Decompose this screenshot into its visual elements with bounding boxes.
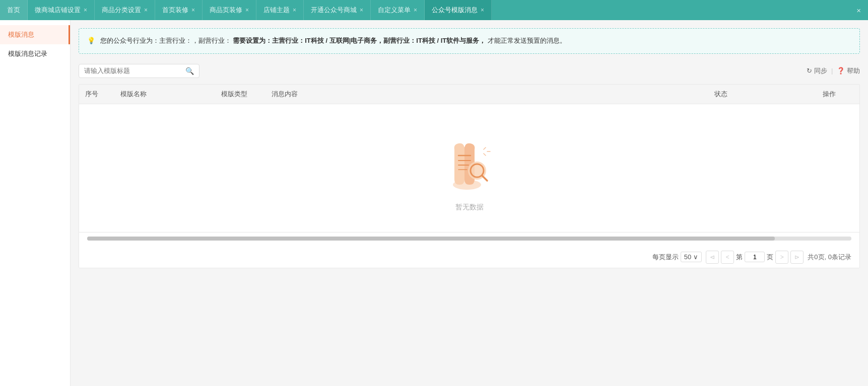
nav-tab-product-page-decor-close[interactable]: × (245, 7, 249, 14)
pager-prev-button[interactable]: < (721, 251, 734, 264)
bulb-icon: 💡 (87, 37, 95, 44)
alert-text-prefix: 您的公众号行业为：主营行业：，副营行业： (100, 37, 231, 44)
help-button[interactable]: ❓ 帮助 (837, 66, 860, 75)
col-content: 消息内容 (265, 85, 708, 104)
table-header: 序号 模版名称 模版类型 消息内容 状态 操作 (79, 85, 859, 104)
page-size-label: 每页显示 (652, 253, 679, 262)
nav-tab-custom-menu-close[interactable]: × (414, 7, 417, 14)
page-size-select: 每页显示 50 ∨ (652, 252, 702, 262)
search-bar: 🔍 ↻ 同步 | ❓ 帮助 (79, 64, 860, 78)
alert-text-highlight: 需要设置为：主营行业：IT科技 / 互联网|电子商务，副营行业：IT科技 / I… (233, 37, 486, 44)
divider: | (831, 67, 833, 74)
empty-state: 暂无数据 (79, 104, 859, 232)
search-icon[interactable]: 🔍 (185, 67, 194, 75)
svg-line-8 (484, 147, 486, 149)
nav-tab-open-wechat-mall-close[interactable]: × (360, 7, 363, 14)
col-status: 状态 (708, 85, 799, 104)
nav-close-all-button[interactable]: × (849, 6, 868, 15)
help-label: 帮助 (847, 67, 860, 74)
nav-tab-template-msg-label: 公众号模版消息 (432, 6, 478, 15)
nav-tab-template-msg-close[interactable]: × (481, 7, 484, 14)
alert-text-suffix: 才能正常发送预置的消息。 (488, 37, 566, 44)
sync-icon: ↻ (807, 67, 812, 74)
pager-next-button[interactable]: > (775, 251, 788, 264)
page-prefix: 第 (736, 253, 743, 262)
nav-tab-product-page-decor-label: 商品页装修 (210, 6, 242, 15)
main-content: 💡 您的公众号行业为：主营行业：，副营行业： 需要设置为：主营行业：IT科技 /… (71, 20, 868, 386)
sync-label: 同步 (814, 67, 827, 74)
alert-box: 💡 您的公众号行业为：主营行业：，副营行业： 需要设置为：主营行业：IT科技 /… (79, 28, 860, 54)
nav-tab-product-page-decor[interactable]: 商品页装修 × (203, 0, 256, 20)
page-size-value: 50 (684, 253, 691, 261)
nav-tab-homepage-decor-close[interactable]: × (191, 7, 195, 14)
nav-tab-homepage-decor-label: 首页装修 (162, 6, 188, 15)
col-name: 模版名称 (114, 85, 215, 104)
nav-tab-open-wechat-mall-label: 开通公众号商城 (311, 6, 357, 15)
col-ops: 操作 (799, 85, 859, 104)
sidebar-item-template-msg-label: 模版消息 (8, 31, 34, 38)
scrollbar-thumb[interactable] (87, 237, 775, 241)
nav-tab-custom-menu-label: 自定义菜单 (378, 6, 411, 15)
pager-last-button[interactable]: ⊳ (790, 251, 804, 264)
top-nav: 首页 微商城店铺设置 × 商品分类设置 × 首页装修 × 商品页装修 × 店铺主… (0, 0, 868, 20)
nav-tab-custom-menu[interactable]: 自定义菜单 × (371, 0, 425, 20)
pager-first-button[interactable]: ⊲ (706, 251, 719, 264)
chevron-down-icon: ∨ (693, 253, 698, 261)
sidebar-item-template-msg-record-label: 模版消息记录 (8, 50, 47, 57)
nav-tab-product-category-label: 商品分类设置 (102, 6, 141, 15)
empty-illustration (439, 134, 500, 195)
search-input[interactable] (84, 67, 185, 74)
nav-tab-open-wechat-mall[interactable]: 开通公众号商城 × (304, 0, 371, 20)
page-unit: 页 (767, 253, 773, 262)
nav-tab-micro-store-close[interactable]: × (84, 7, 87, 14)
sync-button[interactable]: ↻ 同步 (807, 66, 827, 75)
nav-tab-homepage-decor[interactable]: 首页装修 × (155, 0, 203, 20)
pager-buttons: ⊲ < 第 页 > ⊳ (706, 251, 804, 264)
nav-tab-product-category[interactable]: 商品分类设置 × (95, 0, 155, 20)
sidebar: 模版消息 模版消息记录 (0, 20, 71, 386)
col-seq: 序号 (79, 85, 114, 104)
nav-tab-store-theme[interactable]: 店铺主题 × (256, 0, 304, 20)
search-actions: ↻ 同步 | ❓ 帮助 (807, 66, 860, 75)
search-input-wrap[interactable]: 🔍 (79, 64, 199, 78)
total-info: 共0页, 0条记录 (808, 253, 851, 262)
page-number-input[interactable] (745, 252, 765, 262)
empty-text: 暂无数据 (455, 203, 484, 212)
nav-tab-micro-store-label: 微商城店铺设置 (35, 6, 81, 15)
data-table: 序号 模版名称 模版类型 消息内容 状态 操作 (79, 84, 860, 268)
horizontal-scrollbar[interactable] (87, 237, 851, 241)
help-icon: ❓ (837, 67, 845, 74)
svg-line-10 (484, 153, 486, 156)
nav-tab-template-msg[interactable]: 公众号模版消息 × (425, 0, 492, 20)
pagination: 每页显示 50 ∨ ⊲ < 第 页 > ⊳ 共0页, 0条记录 (79, 245, 859, 268)
page-size-dropdown[interactable]: 50 ∨ (681, 252, 702, 262)
nav-tab-store-theme-close[interactable]: × (293, 7, 296, 14)
nav-tab-home-label: 首页 (7, 6, 20, 15)
nav-tab-product-category-close[interactable]: × (144, 7, 148, 14)
layout: 模版消息 模版消息记录 💡 您的公众号行业为：主营行业：，副营行业： 需要设置为… (0, 20, 868, 386)
sidebar-item-template-msg[interactable]: 模版消息 (0, 25, 70, 44)
col-type: 模版类型 (215, 85, 265, 104)
nav-tab-store-theme-label: 店铺主题 (263, 6, 290, 15)
nav-tab-home[interactable]: 首页 (0, 0, 28, 20)
scrollbar-area[interactable] (79, 232, 859, 245)
nav-tab-micro-store[interactable]: 微商城店铺设置 × (28, 0, 95, 20)
sidebar-item-template-msg-record[interactable]: 模版消息记录 (0, 44, 70, 63)
svg-line-7 (482, 176, 487, 181)
